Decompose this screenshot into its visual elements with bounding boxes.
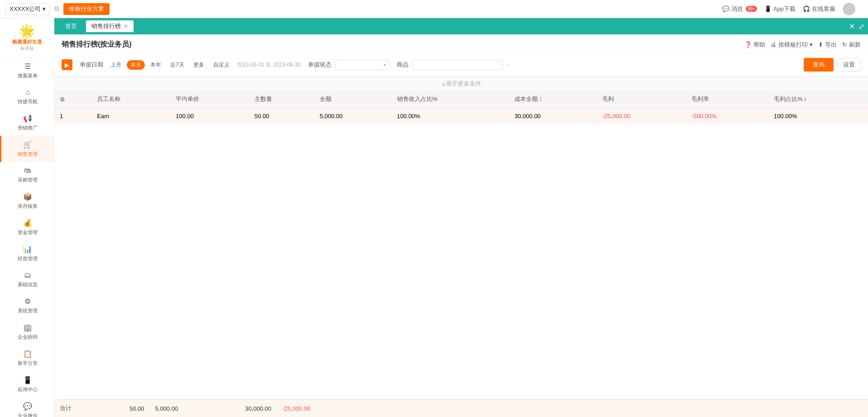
table-container: ⚙ 员工名称 平均单价 主数量 全额 销售收入占比% 成本全额 ℹ 毛利 bbox=[54, 91, 868, 399]
goods-input[interactable] bbox=[412, 60, 503, 70]
message-button[interactable]: 💬 消息 99+ bbox=[722, 5, 757, 13]
table-row: 1 Eam 100.00 50.00 5,000.00 100.00% 30,0… bbox=[54, 108, 868, 125]
refresh-button[interactable]: ↻ 刷新 bbox=[842, 41, 861, 49]
cell-sales-ratio: 100.00% bbox=[392, 108, 509, 125]
bag-icon: 🛍 bbox=[24, 167, 31, 175]
footer-total-label: 合计 bbox=[60, 404, 72, 412]
filter-bar: ▶ 单据日期 上月 本月 本年 近7天 更多 自定义 2023-06-01 至 … bbox=[54, 53, 868, 77]
col-gross-rate: 毛利率 bbox=[686, 91, 768, 108]
home-icon: ⌂ bbox=[25, 88, 30, 96]
building-icon: 🏢 bbox=[23, 323, 32, 332]
date-opt-custom[interactable]: 自定义 bbox=[210, 60, 233, 70]
guide-icon: 📋 bbox=[23, 350, 32, 358]
megaphone-icon: 📢 bbox=[23, 114, 32, 123]
sidebar-item-system[interactable]: ⚙ 系统管理 bbox=[0, 292, 54, 319]
goods-filter-group: 商品 ··· bbox=[397, 60, 511, 70]
cart-icon: 🛒 bbox=[23, 140, 32, 149]
logo-icon: 🌟 bbox=[19, 24, 35, 38]
top-bar: XXXXX公司 ▾ ⚙ 体验行业方案 💬 消息 99+ 📱 App下载 🎧 在线… bbox=[0, 0, 868, 18]
cell-rank: 1 bbox=[54, 108, 91, 125]
avatar[interactable] bbox=[843, 3, 855, 15]
sidebar-item-marketing[interactable]: 📢 营销推广 bbox=[0, 110, 54, 136]
settings-button[interactable]: 设置 bbox=[837, 58, 861, 72]
page-title: 销售排行榜(按业务员) bbox=[62, 40, 132, 49]
trial-button[interactable]: 体验行业方案 bbox=[63, 3, 110, 15]
settings-col-icon: ⚙ bbox=[60, 96, 65, 103]
search-icon: ☰ bbox=[24, 62, 31, 71]
sidebar-item-search[interactable]: ☰ 搜索菜单 bbox=[0, 58, 54, 84]
main-layout: 🌟 畅康通好生意 标准版 ☰ 搜索菜单 ⌂ 快捷导航 📢 营销推广 🛒 销售管理… bbox=[0, 18, 868, 417]
help-button[interactable]: ❓ 帮助 bbox=[744, 41, 765, 49]
template-print-button[interactable]: 🖨 按模板打印 ▾ bbox=[771, 41, 813, 49]
sidebar-item-wechat[interactable]: 💬 企业微信 bbox=[0, 398, 54, 417]
cell-amount: 5,000.00 bbox=[314, 108, 392, 125]
expand-more-button[interactable]: ∨ 展开更多条件 bbox=[54, 77, 868, 91]
gear-settings-icon: ⚙ bbox=[24, 297, 31, 306]
app-download-button[interactable]: 📱 App下载 bbox=[764, 5, 796, 13]
date-opt-more[interactable]: 更多 bbox=[190, 60, 208, 70]
query-button[interactable]: 查询 bbox=[804, 58, 834, 72]
sidebar-item-enterprise[interactable]: 🏢 企业协同 bbox=[0, 319, 54, 345]
table-header-row: ⚙ 员工名称 平均单价 主数量 全额 销售收入占比% 成本全额 ℹ 毛利 bbox=[54, 91, 868, 108]
sidebar-item-finance[interactable]: 💰 资金管理 bbox=[0, 214, 54, 240]
date-opt-last-month[interactable]: 上月 bbox=[107, 60, 125, 70]
sidebar: 🌟 畅康通好生意 标准版 ☰ 搜索菜单 ⌂ 快捷导航 📢 营销推广 🛒 销售管理… bbox=[0, 18, 54, 417]
col-gross-ratio: 毛利占比% ℹ bbox=[768, 91, 868, 108]
logo-name: 畅康通好生意 bbox=[12, 38, 42, 45]
footer-amount: 5,000.00 bbox=[155, 405, 178, 412]
cell-gross: -25,000.00 bbox=[597, 108, 686, 125]
top-right-actions: 💬 消息 99+ 📱 App下载 🎧 在线客服 bbox=[722, 3, 863, 15]
sidebar-item-inventory[interactable]: 📦 库存核算 bbox=[0, 188, 54, 214]
chart-icon: 📊 bbox=[23, 245, 32, 254]
tab-close-icon[interactable]: ✕ bbox=[124, 23, 128, 29]
company-selector[interactable]: XXXXX公司 ▾ bbox=[5, 3, 50, 15]
maximize-icon[interactable]: ⤢ bbox=[858, 22, 864, 31]
col-qty: 主数量 bbox=[249, 91, 314, 108]
sales-ranking-table: ⚙ 员工名称 平均单价 主数量 全额 销售收入占比% 成本全额 ℹ 毛利 bbox=[54, 91, 868, 125]
sidebar-item-purchase[interactable]: 🛍 采购管理 bbox=[0, 162, 54, 188]
logo-sub: 标准版 bbox=[20, 45, 34, 52]
export-button[interactable]: ⬆ 导出 bbox=[818, 41, 837, 49]
gear-icon[interactable]: ⚙ bbox=[53, 5, 60, 13]
sidebar-item-apps[interactable]: 📱 应用中心 bbox=[0, 371, 54, 398]
col-gross: 毛利 bbox=[597, 91, 686, 108]
footer-qty: 50.00 bbox=[129, 405, 144, 412]
refresh-icon: ↻ bbox=[842, 41, 847, 48]
goods-label: 商品 bbox=[397, 61, 408, 69]
cost-info-icon[interactable]: ℹ bbox=[540, 96, 542, 102]
money-icon: 💰 bbox=[23, 219, 32, 227]
cell-gross-ratio: 100.00% bbox=[768, 108, 868, 125]
phone-apps-icon: 📱 bbox=[23, 376, 32, 384]
page-content: 销售排行榜(按业务员) ❓ 帮助 🖨 按模板打印 ▾ ⬆ 导出 bbox=[54, 34, 868, 417]
date-opt-7days[interactable]: 近7天 bbox=[167, 60, 188, 70]
col-name: 员工名称 bbox=[91, 91, 170, 108]
tab-sales-ranking[interactable]: 销售排行榜 ✕ bbox=[86, 20, 134, 32]
col-settings[interactable]: ⚙ bbox=[54, 91, 91, 108]
sidebar-item-sales[interactable]: 🛒 销售管理 bbox=[0, 136, 54, 162]
footer-cost: 30,000.00 bbox=[245, 405, 271, 412]
message-icon: 💬 bbox=[722, 5, 729, 12]
date-opt-this-year[interactable]: 本年 bbox=[147, 60, 165, 70]
sidebar-item-operation[interactable]: 📊 经营管理 bbox=[0, 240, 54, 267]
more-filters-icon[interactable]: ··· bbox=[506, 62, 511, 68]
date-opt-this-month[interactable]: 本月 bbox=[127, 60, 145, 70]
sidebar-item-basic[interactable]: 🗂 基础信息 bbox=[0, 267, 54, 292]
status-select[interactable] bbox=[335, 60, 389, 70]
filter-toggle-button[interactable]: ▶ bbox=[62, 59, 72, 70]
phone-icon: 📱 bbox=[764, 5, 772, 12]
chevron-down-icon: ▾ bbox=[43, 5, 46, 12]
tab-bar: 首页 销售排行榜 ✕ ✕ ⤢ bbox=[54, 18, 868, 34]
table-footer: 合计 50.00 5,000.00 30,000.00 -25,000.00 bbox=[54, 399, 868, 417]
col-avg-price: 平均单价 bbox=[170, 91, 249, 108]
gross-ratio-info-icon[interactable]: ℹ bbox=[804, 96, 806, 102]
sidebar-item-quick-nav[interactable]: ⌂ 快捷导航 bbox=[0, 84, 54, 110]
cell-avg-price: 100.00 bbox=[170, 108, 249, 125]
tab-home[interactable]: 首页 bbox=[58, 20, 84, 32]
page-header: 销售排行榜(按业务员) ❓ 帮助 🖨 按模板打印 ▾ ⬆ 导出 bbox=[54, 34, 868, 53]
headset-icon: 🎧 bbox=[803, 5, 810, 12]
online-service-button[interactable]: 🎧 在线客服 bbox=[803, 5, 835, 13]
date-options: 上月 本月 本年 近7天 更多 自定义 bbox=[107, 60, 233, 70]
close-window-icon[interactable]: ✕ bbox=[849, 22, 855, 31]
date-range-display: 2023-06-01 至 2023-06-30 bbox=[237, 61, 301, 69]
sidebar-item-guide[interactable]: 📋 新手引导 bbox=[0, 345, 54, 371]
